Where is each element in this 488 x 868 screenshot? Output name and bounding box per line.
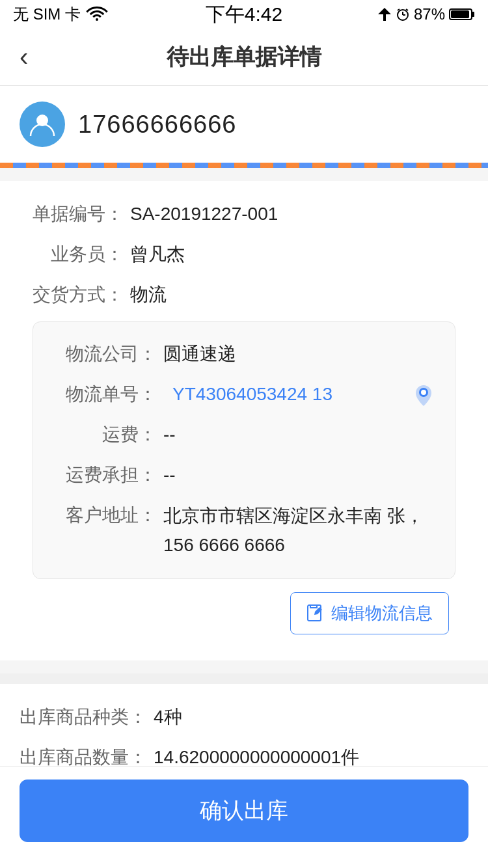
status-time: 下午4:42 xyxy=(206,1,282,28)
order-no-row: 单据编号： SA-20191227-001 xyxy=(20,200,468,228)
battery-text: 87% xyxy=(414,5,445,23)
status-left: 无 SIM 卡 xyxy=(13,4,108,25)
edit-logistics-button[interactable]: 编辑物流信息 xyxy=(290,592,449,634)
page-title: 待出库单据详情 xyxy=(167,42,321,72)
address-row: 客户地址： 北京市市辖区海淀区永丰南 张，156 6666 6666 xyxy=(53,502,435,560)
goods-type-row: 出库商品种类： 4种 xyxy=(20,703,468,731)
edit-icon xyxy=(306,604,325,622)
order-no-value: SA-20191227-001 xyxy=(130,200,468,228)
user-icon xyxy=(28,110,57,139)
goods-type-value: 4种 xyxy=(154,703,468,731)
edit-logistics-area: 编辑物流信息 xyxy=(20,579,468,641)
alarm-icon xyxy=(396,7,410,21)
confirm-outbound-button[interactable]: 确认出库 xyxy=(20,780,468,842)
logistics-company-row: 物流公司： 圆通速递 xyxy=(53,340,435,368)
delivery-label: 交货方式： xyxy=(20,281,124,308)
svg-rect-7 xyxy=(472,12,474,17)
order-info-section: 单据编号： SA-20191227-001 业务员： 曾凡杰 交货方式： 物流 … xyxy=(0,181,488,660)
location-status-icon xyxy=(377,7,392,21)
salesman-value: 曾凡杰 xyxy=(130,241,468,268)
logistics-company-label: 物流公司： xyxy=(53,340,157,368)
delivery-value: 物流 xyxy=(130,281,468,308)
section-divider xyxy=(0,673,488,684)
customer-section: 17666666666 xyxy=(0,86,488,163)
status-bar: 无 SIM 卡 下午4:42 87% xyxy=(0,0,488,29)
svg-marker-0 xyxy=(378,8,391,21)
svg-line-5 xyxy=(406,9,408,10)
svg-point-11 xyxy=(421,390,426,395)
address-label: 客户地址： xyxy=(53,502,157,529)
freight-bearer-row: 运费承担： -- xyxy=(53,461,435,489)
dashed-divider xyxy=(0,163,488,168)
salesman-row: 业务员： 曾凡杰 xyxy=(20,241,468,268)
status-right: 87% xyxy=(377,5,475,23)
delivery-row: 交货方式： 物流 xyxy=(20,281,468,308)
freight-bearer-label: 运费承担： xyxy=(53,461,157,489)
freight-value: -- xyxy=(163,421,435,448)
salesman-label: 业务员： xyxy=(20,241,124,268)
svg-rect-8 xyxy=(451,10,469,18)
tracking-no-label: 物流单号： xyxy=(53,381,157,408)
order-no-label: 单据编号： xyxy=(20,200,124,228)
freight-bearer-value: -- xyxy=(163,461,435,489)
svg-line-4 xyxy=(398,9,400,10)
edit-logistics-label: 编辑物流信息 xyxy=(331,602,433,625)
map-pin-icon[interactable] xyxy=(412,383,435,406)
nav-bar: ‹ 待出库单据详情 xyxy=(0,29,488,86)
back-button[interactable]: ‹ xyxy=(20,42,28,72)
customer-phone: 17666666666 xyxy=(78,111,236,139)
freight-label: 运费： xyxy=(53,421,157,448)
confirm-btn-label: 确认出库 xyxy=(200,796,288,826)
goods-type-label: 出库商品种类： xyxy=(20,703,147,731)
carrier-text: 无 SIM 卡 xyxy=(13,4,81,25)
address-value: 北京市市辖区海淀区永丰南 张，156 6666 6666 xyxy=(163,502,435,560)
tracking-no-value: YT43064053424 13 xyxy=(172,381,403,408)
logistics-company-value: 圆通速递 xyxy=(163,340,435,368)
bottom-action-area: 确认出库 xyxy=(0,766,488,868)
freight-row: 运费： -- xyxy=(53,421,435,448)
battery-icon xyxy=(449,7,475,21)
logistics-card: 物流公司： 圆通速递 物流单号： YT43064053424 13 运费： --… xyxy=(33,321,455,579)
avatar xyxy=(20,102,65,147)
wifi-icon xyxy=(86,7,108,22)
tracking-no-row: 物流单号： YT43064053424 13 xyxy=(53,381,435,408)
